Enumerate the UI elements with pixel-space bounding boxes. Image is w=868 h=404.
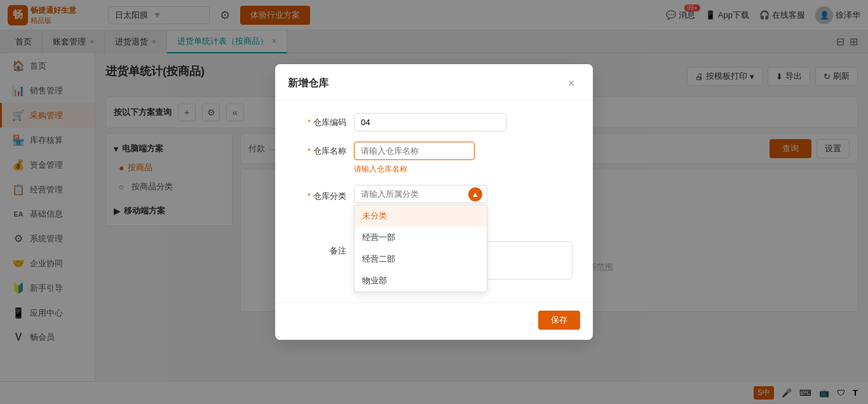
category-option-dept2[interactable]: 经营二部 [355, 248, 487, 270]
name-input-wrapper [354, 142, 475, 160]
modal-header: 新增仓库 × [275, 64, 593, 100]
category-dropdown-list: 未分类 经营一部 经营二部 物业部 [354, 205, 487, 292]
save-button[interactable]: 保存 [538, 311, 580, 330]
form-row-code: *仓库编码 [295, 113, 573, 131]
name-error-msg: 请输入仓库名称 [354, 164, 407, 175]
dropdown-arrow-icon[interactable]: ▲ [468, 187, 482, 201]
notes-label: 备注 [295, 241, 346, 257]
new-warehouse-modal: 新增仓库 × *仓库编码 *仓库名称 [275, 64, 593, 340]
name-input[interactable] [354, 142, 475, 160]
category-option-property[interactable]: 物业部 [355, 270, 487, 292]
modal-footer: 保存 [275, 302, 593, 340]
form-row-name: *仓库名称 请输入仓库名称 [295, 142, 573, 175]
category-option-dept1[interactable]: 经营一部 [355, 227, 487, 248]
form-row-category: *仓库分类 ▲ 未分类 经营一部 经营二部 物业部 [295, 185, 573, 203]
category-option-unclassified[interactable]: 未分类 [355, 205, 487, 227]
code-input[interactable] [354, 113, 506, 131]
category-label: *仓库分类 [295, 187, 346, 202]
category-dropdown-wrapper: ▲ 未分类 经营一部 经营二部 物业部 [354, 185, 487, 203]
code-label: *仓库编码 [295, 113, 346, 128]
modal-title: 新增仓库 [288, 77, 329, 90]
name-label: *仓库名称 [295, 142, 346, 160]
form-row-category-inner: *仓库分类 ▲ 未分类 经营一部 经营二部 物业部 [295, 185, 487, 203]
modal-close-button[interactable]: × [562, 74, 580, 92]
modal-overlay: 新增仓库 × *仓库编码 *仓库名称 [0, 0, 868, 404]
form-row-name-inner: *仓库名称 [295, 142, 475, 160]
category-input[interactable] [354, 185, 487, 203]
name-error-row: 请输入仓库名称 [295, 163, 407, 175]
modal-body: *仓库编码 *仓库名称 请输入仓库名称 [275, 100, 593, 302]
